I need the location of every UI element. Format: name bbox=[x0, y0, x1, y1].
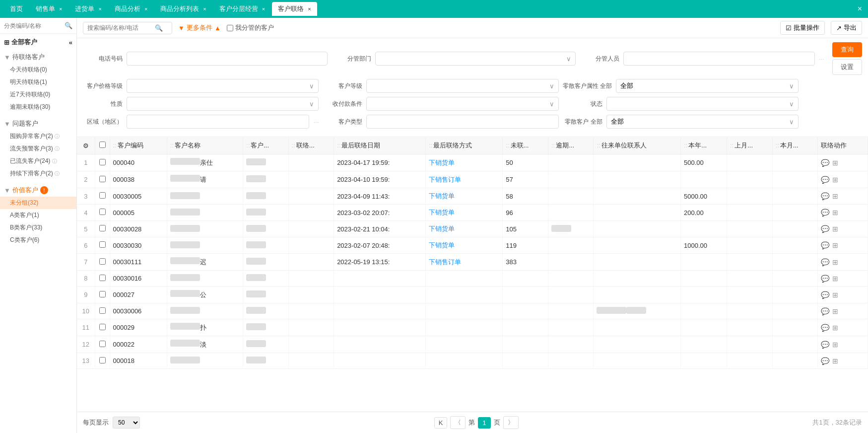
row-checkbox[interactable] bbox=[95, 171, 110, 188]
contact-method-link[interactable]: 下销货单 bbox=[429, 225, 455, 232]
sidebar-search-input[interactable] bbox=[4, 22, 63, 29]
grid-action-icon[interactable]: ⊞ bbox=[832, 357, 838, 365]
sidebar-item-7days[interactable]: 近7天待联络(0) bbox=[0, 88, 76, 101]
row-select-checkbox[interactable] bbox=[99, 291, 106, 297]
price-level-select[interactable]: ∨ bbox=[127, 79, 319, 93]
sidebar-group-problem-header[interactable]: ▼ 问题客户 bbox=[0, 117, 76, 130]
chat-icon[interactable]: 💬 bbox=[821, 324, 829, 332]
first-page-btn[interactable]: K bbox=[434, 417, 448, 429]
person-input[interactable] bbox=[623, 52, 815, 66]
region-dots[interactable]: ··· bbox=[313, 118, 319, 126]
nav-tab-product-analysis[interactable]: 商品分析 × bbox=[109, 2, 153, 16]
grid-action-icon[interactable]: ⊞ bbox=[832, 192, 838, 200]
sidebar-all-customers[interactable]: ⊞ 全部客户 « bbox=[0, 34, 76, 49]
sidebar-item-ungrouped[interactable]: 未分组(32) bbox=[0, 197, 76, 209]
next-page-btn[interactable]: 〉 bbox=[503, 416, 519, 429]
chat-icon[interactable]: 💬 bbox=[821, 258, 829, 266]
row-checkbox[interactable] bbox=[95, 205, 110, 221]
contact-method-link[interactable]: 下销货单 bbox=[429, 159, 455, 166]
sidebar-item-lost[interactable]: 已流失客户(24) ⓘ bbox=[0, 155, 76, 167]
col-checkbox[interactable] bbox=[95, 137, 110, 154]
row-select-checkbox[interactable] bbox=[99, 324, 106, 330]
sidebar-search-icon[interactable]: 🔍 bbox=[65, 22, 72, 29]
contact-method-link[interactable]: 下销货单 bbox=[429, 209, 455, 216]
nav-purchase-close[interactable]: × bbox=[98, 6, 101, 12]
window-close-button[interactable]: × bbox=[856, 2, 864, 15]
grid-action-icon[interactable]: ⊞ bbox=[832, 291, 838, 299]
payment-select[interactable]: ∨ bbox=[366, 97, 558, 111]
more-conditions-btn[interactable]: ▼ 更多条件 ▲ bbox=[178, 23, 221, 32]
grid-action-icon[interactable]: ⊞ bbox=[832, 341, 838, 349]
row-checkbox[interactable] bbox=[95, 287, 110, 303]
status-select[interactable]: ∨ bbox=[606, 97, 799, 111]
row-select-checkbox[interactable] bbox=[99, 307, 106, 314]
contact-method-link[interactable]: 下销售订单 bbox=[429, 176, 461, 183]
row-checkbox[interactable] bbox=[95, 353, 110, 369]
row-select-checkbox[interactable] bbox=[99, 225, 106, 231]
sidebar-item-class-b[interactable]: B类客户(33) bbox=[0, 221, 76, 234]
row-checkbox[interactable] bbox=[95, 254, 110, 271]
search-icon[interactable]: 🔍 bbox=[155, 24, 163, 32]
sidebar-item-loss-warning[interactable]: 流失预警客户(3) ⓘ bbox=[0, 143, 76, 155]
sidebar-item-abnormal[interactable]: 囤购异常客户(2) ⓘ bbox=[0, 130, 76, 143]
nav-tab-home[interactable]: 首页 bbox=[4, 2, 29, 16]
sidebar-item-today[interactable]: 今天待联络(0) bbox=[0, 64, 76, 76]
nav-product-list-close[interactable]: × bbox=[203, 6, 206, 12]
select-all-checkbox[interactable] bbox=[99, 142, 106, 148]
row-checkbox[interactable] bbox=[95, 154, 110, 171]
search-box[interactable]: 🔍 bbox=[83, 22, 172, 34]
my-customers-check[interactable] bbox=[227, 25, 233, 31]
row-checkbox[interactable] bbox=[95, 319, 110, 336]
grid-action-icon[interactable]: ⊞ bbox=[832, 275, 838, 283]
grid-action-icon[interactable]: ⊞ bbox=[832, 209, 838, 216]
row-select-checkbox[interactable] bbox=[99, 176, 106, 182]
page-1-btn[interactable]: 1 bbox=[478, 417, 490, 429]
sidebar-item-declining[interactable]: 持续下滑客户(2) ⓘ bbox=[0, 167, 76, 180]
phone-input[interactable] bbox=[127, 52, 328, 66]
dept-select[interactable]: ∨ bbox=[375, 52, 576, 66]
grid-action-icon[interactable]: ⊞ bbox=[832, 241, 838, 249]
contact-method-link[interactable]: 下销货单 bbox=[429, 241, 455, 249]
nav-tab-customer-contact[interactable]: 客户联络 × bbox=[272, 2, 317, 16]
row-checkbox[interactable] bbox=[95, 237, 110, 254]
grid-action-icon[interactable]: ⊞ bbox=[832, 159, 838, 167]
nav-customer-contact-close[interactable]: × bbox=[308, 6, 311, 12]
sidebar-item-class-a[interactable]: A类客户(1) bbox=[0, 209, 76, 221]
sidebar-item-overdue[interactable]: 逾期未联络(30) bbox=[0, 101, 76, 113]
scatter-attr-select[interactable]: 全部 ∨ bbox=[616, 79, 799, 93]
nav-sales-close[interactable]: × bbox=[59, 6, 62, 12]
grid-action-icon[interactable]: ⊞ bbox=[832, 307, 838, 315]
nav-tab-sales[interactable]: 销售单 × bbox=[30, 2, 68, 16]
grid-action-icon[interactable]: ⊞ bbox=[832, 225, 838, 233]
chat-icon[interactable]: 💬 bbox=[821, 176, 829, 184]
row-checkbox[interactable] bbox=[95, 303, 110, 319]
chat-icon[interactable]: 💬 bbox=[821, 241, 829, 249]
grid-action-icon[interactable]: ⊞ bbox=[832, 258, 838, 266]
sidebar-group-value-header[interactable]: ▼ 价值客户 ! bbox=[0, 184, 76, 197]
export-button[interactable]: ↗ 导出 bbox=[831, 21, 862, 35]
sidebar-group-pending-header[interactable]: ▼ 待联络客户 bbox=[0, 51, 76, 64]
chat-icon[interactable]: 💬 bbox=[821, 192, 829, 200]
per-page-select[interactable]: 50 100 bbox=[113, 417, 140, 429]
row-select-checkbox[interactable] bbox=[99, 275, 106, 281]
query-button[interactable]: 查询 bbox=[832, 42, 862, 57]
row-select-checkbox[interactable] bbox=[99, 192, 106, 199]
nav-tab-purchase[interactable]: 进货单 × bbox=[69, 2, 107, 16]
search-input[interactable] bbox=[87, 24, 152, 31]
settings-icon[interactable]: ⚙ bbox=[83, 142, 89, 149]
row-select-checkbox[interactable] bbox=[99, 241, 106, 248]
customer-type-input[interactable] bbox=[366, 115, 558, 129]
row-select-checkbox[interactable] bbox=[99, 159, 106, 165]
grid-action-icon[interactable]: ⊞ bbox=[832, 324, 838, 332]
sidebar-item-class-c[interactable]: C类客户(6) bbox=[0, 234, 76, 246]
region-input[interactable] bbox=[127, 115, 309, 129]
nature-select[interactable]: ∨ bbox=[127, 97, 319, 111]
row-checkbox[interactable] bbox=[95, 336, 110, 353]
chat-icon[interactable]: 💬 bbox=[821, 357, 829, 365]
sidebar-search-box[interactable]: 🔍 bbox=[0, 18, 76, 34]
chat-icon[interactable]: 💬 bbox=[821, 275, 829, 283]
contact-method-link[interactable]: 下销售订单 bbox=[429, 258, 461, 266]
chat-icon[interactable]: 💬 bbox=[821, 159, 829, 167]
person-dots[interactable]: ··· bbox=[819, 55, 824, 63]
row-checkbox[interactable] bbox=[95, 221, 110, 237]
